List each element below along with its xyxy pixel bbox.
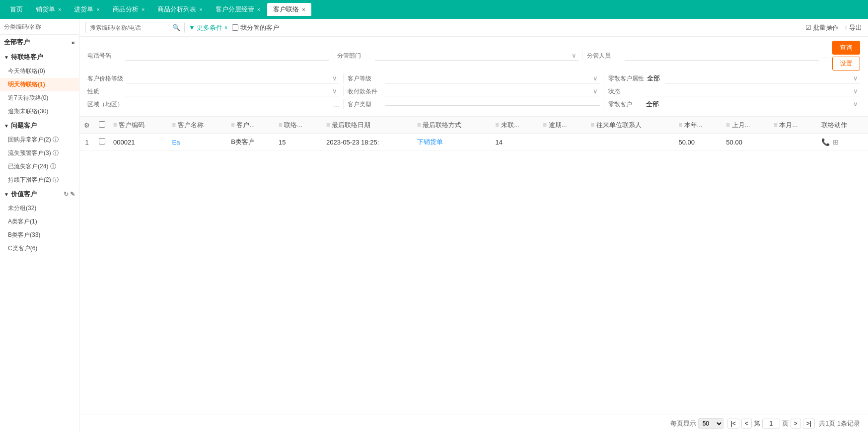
- sidebar-section-pending-contact[interactable]: ▼ 待联络客户: [0, 50, 79, 65]
- nav-customer-tiered[interactable]: 客户分层经营 ×: [210, 3, 266, 16]
- adv-filter-retail-attr-select[interactable]: ∨: [665, 73, 860, 83]
- footer-page-input[interactable]: [762, 419, 780, 429]
- sidebar-all-customers[interactable]: 全部客户 «: [0, 35, 79, 50]
- table-header-row: ⚙ ≡ 客户编码 ≡ 客户名称 ≡ 客户... ≡ 联络... ≡ 最后联络日期…: [79, 117, 868, 134]
- row-last-month: 50.00: [722, 134, 770, 150]
- col-overdue[interactable]: ≡ 逾期...: [539, 117, 587, 134]
- grid-icon[interactable]: ⊞: [833, 138, 839, 146]
- value-customers-actions[interactable]: ↻ ✎: [64, 191, 75, 198]
- nav-product-analysis[interactable]: 商品分析 ×: [107, 3, 150, 16]
- adv-filter-payment-select[interactable]: ∨: [385, 86, 599, 96]
- customer-table: ⚙ ≡ 客户编码 ≡ 客户名称 ≡ 客户... ≡ 联络... ≡ 最后联络日期…: [79, 117, 868, 150]
- nav-customer-contact[interactable]: 客户联络 ×: [267, 3, 311, 16]
- adv-filter-nature-select[interactable]: ∨: [125, 86, 339, 96]
- row-last-contact-date: 2023-05-23 18:25:: [322, 134, 413, 150]
- nav-close-product-analysis[interactable]: ×: [142, 6, 145, 12]
- sidebar-item-churn-warning[interactable]: 流失预警客户(3) ⓘ: [0, 146, 79, 160]
- sidebar-item-class-b[interactable]: B类客户(33): [0, 228, 79, 242]
- sidebar-item-overdue-contact[interactable]: 逾期未联络(30): [0, 105, 79, 118]
- row-uncontact: 14: [492, 134, 539, 150]
- export-icon: ↑: [845, 24, 848, 31]
- sidebar-item-declining[interactable]: 持续下滑客户(2) ⓘ: [0, 173, 79, 187]
- table-body: 1 000021 Ea B类客户 15 2023-05-23 18:25: 下销…: [79, 134, 868, 150]
- nav-home[interactable]: 首页: [4, 3, 29, 16]
- adv-filter-status-select[interactable]: ∨: [646, 86, 860, 96]
- search-icon[interactable]: 🔍: [172, 24, 180, 31]
- footer-first-page-btn[interactable]: |<: [727, 419, 739, 429]
- col-last-month[interactable]: ≡ 上月...: [722, 117, 770, 134]
- more-conditions-btn[interactable]: ▼ 更多条件 ∧: [189, 23, 228, 32]
- row-type: B类客户: [227, 134, 275, 150]
- sidebar-item-7day-contact[interactable]: 近7天待联络(0): [0, 91, 79, 105]
- sidebar-search-input[interactable]: [4, 23, 78, 30]
- sidebar-item-ungrouped[interactable]: 未分组(32): [0, 202, 79, 215]
- adv-filter-retail-customer-select[interactable]: ∨: [664, 99, 860, 109]
- col-unit-contact[interactable]: ≡ 往来单位联系人: [586, 117, 674, 134]
- adv-filter-region-more[interactable]: …: [333, 101, 339, 108]
- nav-close-customer-tiered[interactable]: ×: [257, 6, 260, 12]
- filter-right-actions: ☑ 批量操作 ↑ 导出: [805, 23, 863, 32]
- adv-filter-customer-type: 客户类型: [348, 100, 599, 109]
- adv-filter-row-4: 区域（地区） … 客户类型 零散客户 全部 ∨: [87, 99, 860, 109]
- sidebar-section-problem-customers[interactable]: ▼ 问题客户: [0, 118, 79, 133]
- sidebar-item-class-c[interactable]: C类客户(6): [0, 242, 79, 255]
- select-all-checkbox[interactable]: [99, 121, 105, 128]
- sidebar-fold-icon[interactable]: «: [72, 39, 75, 46]
- col-last-contact-method[interactable]: ≡ 最后联络方式: [413, 117, 492, 134]
- adv-filter-person: 分管人员 …: [587, 51, 828, 61]
- col-customer-type[interactable]: ≡ 客户...: [227, 117, 275, 134]
- sidebar-item-class-a[interactable]: A类客户(1): [0, 215, 79, 228]
- sidebar-section-value-customers[interactable]: ▼ 价值客户 ↻ ✎: [0, 187, 79, 202]
- settings-button[interactable]: 设置: [832, 57, 860, 71]
- col-customer-name[interactable]: ≡ 客户名称: [168, 117, 227, 134]
- adv-filter-status: 状态 ∨: [608, 86, 860, 96]
- sidebar-item-repurchase-abnormal[interactable]: 回购异常客户(2) ⓘ: [0, 133, 79, 146]
- col-this-month[interactable]: ≡ 本月...: [770, 117, 817, 134]
- batch-op-btn[interactable]: ☑ 批量操作: [805, 23, 839, 32]
- adv-filter-phone-input[interactable]: [125, 51, 329, 61]
- row-action: 📞 ⊞: [817, 134, 868, 150]
- nav-sales-order[interactable]: 销货单 ×: [30, 3, 67, 16]
- nav-product-analysis-list[interactable]: 商品分析列表 ×: [151, 3, 208, 16]
- export-btn[interactable]: ↑ 导出: [845, 23, 863, 32]
- adv-filter-customer-type-select[interactable]: [385, 103, 599, 106]
- col-contact-count[interactable]: ≡ 联络...: [275, 117, 322, 134]
- footer-prev-page-btn[interactable]: <: [741, 419, 752, 429]
- sidebar-item-churned[interactable]: 已流失客户(24) ⓘ: [0, 160, 79, 173]
- row-check: [94, 134, 109, 150]
- table-row: 1 000021 Ea B类客户 15 2023-05-23 18:25: 下销…: [79, 134, 868, 150]
- adv-filter-price-grade-select[interactable]: ∨: [126, 73, 339, 83]
- col-customer-code[interactable]: ≡ 客户编码: [109, 117, 168, 134]
- col-uncontact[interactable]: ≡ 未联...: [492, 117, 539, 134]
- adv-filter-customer-grade-select[interactable]: ∨: [385, 73, 599, 83]
- adv-filter-person-input[interactable]: [625, 51, 819, 61]
- nav-close-product-analysis-list[interactable]: ×: [199, 6, 202, 12]
- row-overdue: [539, 134, 587, 150]
- nav-close-sales-order[interactable]: ×: [58, 6, 61, 12]
- batch-op-icon: ☑: [805, 24, 811, 31]
- row-checkbox[interactable]: [99, 138, 105, 144]
- query-button[interactable]: 查询: [832, 41, 860, 55]
- advanced-filter-panel: 电话号码 分管部门 ∨ 分管人员 … 查询: [79, 37, 868, 117]
- col-this-year[interactable]: ≡ 本年...: [674, 117, 722, 134]
- search-input[interactable]: [90, 24, 170, 31]
- nav-close-customer-contact[interactable]: ×: [302, 6, 305, 12]
- sidebar-item-tomorrow-contact[interactable]: 明天待联络(1): [0, 78, 79, 91]
- adv-filter-dept-select[interactable]: ∨: [375, 51, 579, 61]
- adv-filter-region-input[interactable]: [126, 100, 330, 109]
- adv-filter-nature: 性质 ∨: [87, 86, 339, 96]
- table-footer: 每页显示 50 100 200 |< < 第 页 > >| 共1页 1条记录: [79, 415, 868, 432]
- phone-icon[interactable]: 📞: [821, 138, 830, 146]
- sidebar-item-today-contact[interactable]: 今天待联络(0): [0, 65, 79, 78]
- footer-last-page-btn[interactable]: >|: [803, 419, 815, 429]
- my-customers-checkbox[interactable]: [232, 24, 238, 31]
- nav-purchase-order[interactable]: 进货单 ×: [68, 3, 105, 16]
- footer-next-page-btn[interactable]: >: [791, 419, 801, 429]
- col-last-contact-date[interactable]: ≡ 最后联络日期: [322, 117, 413, 134]
- footer-nav: |< < 第 页 > >|: [727, 419, 815, 429]
- adv-filter-person-more[interactable]: …: [822, 52, 828, 60]
- last-contact-method-link[interactable]: 下销货单: [417, 138, 443, 145]
- nav-close-purchase-order[interactable]: ×: [96, 6, 99, 12]
- col-gear[interactable]: ⚙: [79, 117, 94, 134]
- footer-page-size-select[interactable]: 50 100 200: [698, 418, 723, 429]
